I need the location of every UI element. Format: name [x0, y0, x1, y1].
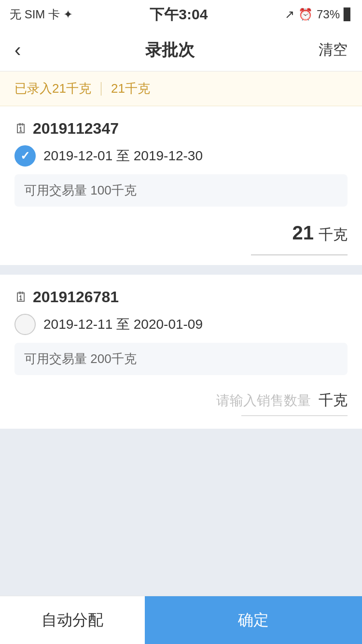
auto-distribute-button[interactable]: 自动分配	[0, 596, 145, 644]
batch-card-2: 🗓 2019126781 2019-12-11 至 2020-01-09 可用交…	[0, 275, 362, 429]
batch-1-amount-unit: 千克	[319, 225, 348, 245]
clear-button[interactable]: 清空	[319, 40, 348, 60]
batch-2-input-unit: 千克	[319, 391, 348, 410]
batch-2-id: 2019126781	[33, 288, 119, 306]
batch-1-header: 🗓 2019112347	[0, 106, 362, 138]
batch-2-input-underline	[241, 415, 348, 416]
section-separator-1	[0, 265, 362, 275]
batch-1-amount-row: 21 千克	[0, 214, 362, 254]
batch-card-1: 🗓 2019112347 2019-12-01 至 2019-12-30 可用交…	[0, 106, 362, 265]
summary-recorded: 已录入21千克	[14, 80, 91, 97]
section-separator-2	[0, 429, 362, 438]
summary-value: 21千克	[111, 80, 150, 97]
batch-id-icon-1: 🗓	[14, 121, 28, 137]
batch-2-date: 2019-12-11 至 2020-01-09	[43, 315, 203, 334]
sim-label: 无 SIM 卡 ✦	[10, 7, 73, 22]
status-left: 无 SIM 卡 ✦	[10, 7, 73, 22]
battery-label: 73%	[317, 8, 340, 21]
status-right: ↗ ⏰ 73% ▊	[285, 8, 352, 21]
confirm-button[interactable]: 确定	[145, 596, 362, 644]
batch-1-date-row: 2019-12-01 至 2019-12-30	[0, 138, 362, 167]
batch-1-radio[interactable]	[14, 145, 36, 167]
batch-1-date: 2019-12-01 至 2019-12-30	[43, 147, 203, 165]
status-bar: 无 SIM 卡 ✦ 下午3:04 ↗ ⏰ 73% ▊	[0, 0, 362, 29]
bottom-bar: 自动分配 确定	[0, 596, 362, 644]
batch-1-amount-value: 21	[292, 222, 314, 244]
batch-2-date-row: 2019-12-11 至 2020-01-09	[0, 306, 362, 335]
batch-2-input-row[interactable]: 请输入销售数量 千克	[0, 383, 362, 415]
batch-2-input-placeholder: 请输入销售数量	[216, 392, 311, 410]
status-time: 下午3:04	[150, 5, 208, 25]
batch-2-radio[interactable]	[14, 314, 36, 335]
batch-id-icon-2: 🗓	[14, 289, 28, 305]
batch-1-available: 可用交易量 100千克	[14, 174, 348, 207]
page-title: 录批次	[145, 39, 195, 61]
nav-bar: ‹ 录批次 清空	[0, 29, 362, 71]
batch-2-available: 可用交易量 200千克	[14, 343, 348, 375]
summary-divider	[101, 82, 101, 96]
alarm-icon: ⏰	[298, 8, 313, 21]
batch-2-header: 🗓 2019126781	[0, 275, 362, 306]
back-button[interactable]: ‹	[14, 39, 21, 61]
battery-icon: ▊	[344, 8, 352, 21]
batch-1-id: 2019112347	[33, 120, 119, 138]
summary-bar: 已录入21千克 21千克	[0, 71, 362, 106]
signal-icon: ↗	[285, 8, 294, 21]
